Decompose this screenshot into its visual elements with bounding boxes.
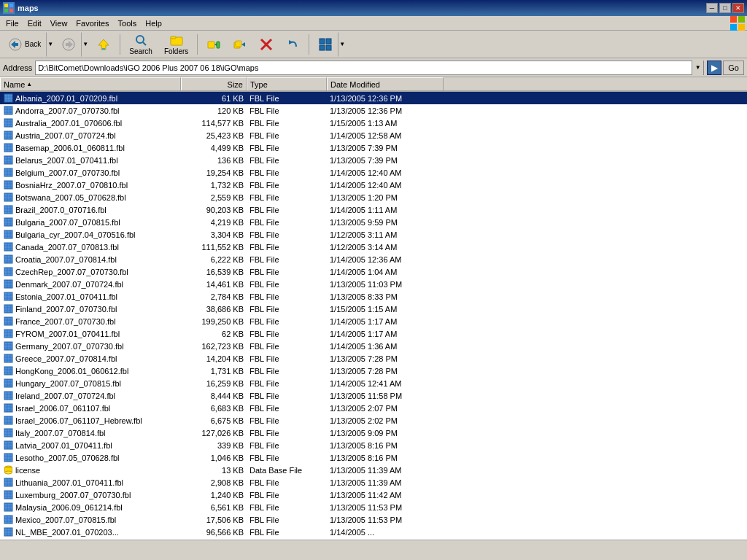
close-button[interactable]: ✕ <box>732 3 744 13</box>
table-row[interactable]: Belarus_2007.01_070411.fbl 136 KB FBL Fi… <box>0 154 747 166</box>
svg-rect-81 <box>4 218 12 226</box>
svg-rect-7 <box>738 24 745 31</box>
table-row[interactable]: Albania_2007.01_070209.fbl 61 KB FBL Fil… <box>0 92 747 104</box>
table-row[interactable]: CzechRep_2007.07_070730.fbl 16,539 KB FB… <box>0 265 747 278</box>
file-size: 199,250 KB <box>181 315 247 327</box>
file-size: 25,423 KB <box>181 129 247 141</box>
folders-button[interactable]: Folders <box>159 32 193 57</box>
svg-rect-194 <box>4 503 12 511</box>
file-list[interactable]: Albania_2007.01_070209.fbl 61 KB FBL Fil… <box>0 92 747 540</box>
table-row[interactable]: Bulgaria_2007.07_070815.fbl 4,219 KB FBL… <box>0 216 747 228</box>
menu-edit[interactable]: Edit <box>23 18 46 29</box>
table-row[interactable]: Greece_2007.07_070814.fbl 14,204 KB FBL … <box>0 352 747 365</box>
table-row[interactable]: NL_MBE_2007.01_070203... 96,566 KB FBL F… <box>0 526 747 538</box>
table-row[interactable]: Latvia_2007.01_070411.fbl 339 KB FBL Fil… <box>0 439 747 451</box>
table-row[interactable]: Germany_2007.07_070730.fbl 162,723 KB FB… <box>0 340 747 352</box>
table-row[interactable]: Australia_2007.01_070606.fbl 114,577 KB … <box>0 117 747 129</box>
table-row[interactable]: license 13 KB Data Base File 1/13/2005 1… <box>0 464 747 476</box>
table-row[interactable]: Canada_2007.07_070813.fbl 111,552 KB FBL… <box>0 241 747 253</box>
forward-button[interactable] <box>56 32 81 57</box>
table-row[interactable]: Austria_2007.07_070724.fbl 25,423 KB FBL… <box>0 129 747 141</box>
table-row[interactable]: Lithuania_2007.01_070411.fbl 2,908 KB FB… <box>0 476 747 489</box>
copy-to-button[interactable] <box>228 32 252 57</box>
table-row[interactable]: Luxemburg_2007.07_070730.fbl 1,240 KB FB… <box>0 489 747 501</box>
file-type: FBL File <box>247 414 327 427</box>
file-type: FBL File <box>247 315 327 327</box>
col-header-date[interactable]: Date Modified <box>327 77 444 90</box>
table-row[interactable]: Basemap_2006.01_060811.fbl 4,499 KB FBL … <box>0 141 747 154</box>
table-row[interactable]: Botswana_2007.05_070628.fbl 2,559 KB FBL… <box>0 191 747 203</box>
back-button[interactable]: Back <box>3 32 46 57</box>
menu-tools[interactable]: Tools <box>114 18 142 29</box>
table-row[interactable]: FYROM_2007.01_070411.fbl 62 KB FBL File … <box>0 327 747 340</box>
file-date: 1/13/2005 7:39 PM <box>327 154 444 166</box>
file-date: 1/13/2005 11:58 PM <box>327 389 444 402</box>
move-to-button[interactable] <box>201 32 226 57</box>
go-button[interactable]: Go <box>723 61 744 75</box>
file-name: Belarus_2007.01_070411.fbl <box>0 154 181 166</box>
file-name: Albania_2007.01_070209.fbl <box>0 92 181 104</box>
undo-button[interactable] <box>280 32 305 57</box>
file-type: FBL File <box>247 278 327 290</box>
go-arrow-button[interactable]: ▶ <box>707 61 721 75</box>
table-row[interactable]: Andorra_2007.07_070730.fbl 120 KB FBL Fi… <box>0 104 747 117</box>
search-label: Search <box>129 47 152 55</box>
file-name: Denmark_2007.07_070724.fbl <box>0 278 181 290</box>
address-input[interactable] <box>36 61 692 74</box>
table-row[interactable]: Hungary_2007.07_070815.fbl 16,259 KB FBL… <box>0 377 747 389</box>
table-row[interactable]: HongKong_2006.01_060612.fbl 1,731 KB FBL… <box>0 365 747 377</box>
file-type: FBL File <box>247 352 327 365</box>
menu-favorites[interactable]: Favorites <box>71 18 113 29</box>
col-header-size[interactable]: Size <box>181 77 247 90</box>
views-button[interactable] <box>313 32 338 57</box>
table-row[interactable]: Croatia_2007.07_070814.fbl 6,222 KB FBL … <box>0 253 747 265</box>
file-date: 1/14/2005 12:58 AM <box>327 129 444 141</box>
fbl-file-icon <box>3 341 13 351</box>
file-name: Latvia_2007.01_070411.fbl <box>0 439 181 451</box>
table-row[interactable]: France_2007.07_070730.fbl 199,250 KB FBL… <box>0 315 747 327</box>
file-type: FBL File <box>247 489 327 501</box>
back-label: Back <box>25 40 41 48</box>
table-row[interactable]: BosniaHrz_2007.07_070810.fbl 1,732 KB FB… <box>0 179 747 191</box>
up-button[interactable] <box>91 32 116 57</box>
svg-rect-116 <box>4 305 12 313</box>
address-dropdown-button[interactable]: ▼ <box>692 61 703 75</box>
menu-view[interactable]: View <box>46 18 72 29</box>
svg-rect-106 <box>4 280 12 288</box>
forward-dropdown[interactable]: ▼ <box>81 32 90 57</box>
table-row[interactable]: Malaysia_2006.09_061214.fbl 6,561 KB FBL… <box>0 501 747 513</box>
minimize-button[interactable]: ─ <box>706 3 718 13</box>
file-name: Australia_2007.01_070606.fbl <box>0 117 181 129</box>
col-header-name[interactable]: Name ▲ <box>0 77 181 90</box>
views-icon <box>318 37 333 52</box>
file-size: 1,240 KB <box>181 489 247 501</box>
table-row[interactable]: Bulgaria_cyr_2007.04_070516.fbl 3,304 KB… <box>0 228 747 241</box>
search-button[interactable]: Search <box>124 32 158 57</box>
menu-help[interactable]: Help <box>141 18 166 29</box>
menu-file[interactable]: File <box>1 18 23 29</box>
table-row[interactable]: Lesotho_2007.05_070628.fbl 1,046 KB FBL … <box>0 451 747 464</box>
maximize-button[interactable]: □ <box>719 3 731 13</box>
file-type: FBL File <box>247 451 327 464</box>
back-dropdown[interactable]: ▼ <box>46 32 55 57</box>
file-size: 19,254 KB <box>181 166 247 179</box>
table-row[interactable]: Estonia_2007.01_070411.fbl 2,784 KB FBL … <box>0 290 747 303</box>
views-dropdown[interactable]: ▼ <box>338 32 347 57</box>
table-row[interactable]: Israel_2006.07_061107.fbl 6,683 KB FBL F… <box>0 402 747 414</box>
fbl-file-icon <box>3 527 13 537</box>
file-name: Germany_2007.07_070730.fbl <box>0 340 181 352</box>
table-row[interactable]: Ireland_2007.07_070724.fbl 8,444 KB FBL … <box>0 389 747 402</box>
table-row[interactable]: Denmark_2007.07_070724.fbl 14,461 KB FBL… <box>0 278 747 290</box>
table-row[interactable]: Mexico_2007.07_070815.fbl 17,506 KB FBL … <box>0 513 747 526</box>
delete-button[interactable] <box>254 32 279 57</box>
file-date: 1/13/2005 11:53 PM <box>327 513 444 526</box>
table-row[interactable]: Brazil_2007.0_070716.fbl 90,203 KB FBL F… <box>0 203 747 216</box>
table-row[interactable]: Belgium_2007.07_070730.fbl 19,254 KB FBL… <box>0 166 747 179</box>
table-row[interactable]: Finland_2007.07_070730.fbl 38,686 KB FBL… <box>0 303 747 315</box>
col-header-type[interactable]: Type <box>247 77 327 90</box>
table-row[interactable]: Israel_2006.07_061107_Hebrew.fbl 6,675 K… <box>0 414 747 427</box>
svg-rect-1 <box>9 4 13 7</box>
svg-rect-189 <box>4 491 12 499</box>
file-name: license <box>0 464 181 476</box>
table-row[interactable]: Italy_2007.07_070814.fbl 127,026 KB FBL … <box>0 427 747 439</box>
